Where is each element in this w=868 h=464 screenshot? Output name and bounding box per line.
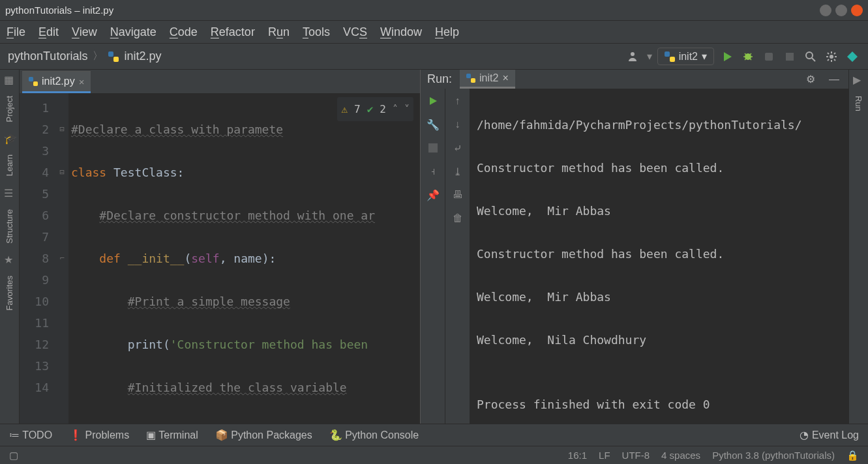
print-icon[interactable]: 🖶: [451, 188, 465, 202]
tool-python-packages[interactable]: 📦 Python Packages: [215, 429, 312, 441]
menu-navigate[interactable]: Navigate: [110, 25, 157, 39]
up-icon[interactable]: ↑: [451, 94, 465, 108]
svg-point-9: [830, 55, 833, 59]
encoding[interactable]: UTF-8: [622, 450, 650, 461]
maximize-icon[interactable]: [835, 5, 847, 16]
breadcrumb-root[interactable]: pythonTutorials: [8, 50, 87, 63]
code-editor[interactable]: 12 34 56 78 910 1112 1314 ⊟ ⊟ ⌐ #Declare…: [20, 93, 420, 424]
side-tab-structure[interactable]: Structure: [5, 203, 14, 250]
svg-rect-7: [786, 53, 794, 61]
cursor-position[interactable]: 16:1: [568, 450, 587, 461]
python-file-icon: [108, 51, 119, 62]
tool-terminal[interactable]: ▣ Terminal: [146, 429, 198, 441]
coverage-icon[interactable]: [761, 49, 777, 65]
user-icon[interactable]: [626, 49, 642, 65]
tool-event-log[interactable]: ◔ Event Log: [800, 429, 859, 441]
gear-icon[interactable]: ⚙: [803, 72, 818, 87]
fold-end-icon[interactable]: ⌐: [55, 248, 68, 269]
editor-tab-bar: init2.py ×: [20, 70, 420, 93]
svg-rect-4: [670, 57, 675, 62]
close-icon[interactable]: [851, 5, 863, 16]
warning-count: 7: [354, 98, 361, 120]
down-icon[interactable]: ↓: [451, 117, 465, 132]
bottom-toolbar: ≔ TODO ❗ Problems ▣ Terminal 📦 Python Pa…: [0, 424, 868, 446]
svg-rect-13: [471, 78, 475, 83]
lock-icon[interactable]: 🔒: [846, 450, 859, 461]
softwrap-icon[interactable]: ⤶: [451, 141, 465, 155]
menu-run[interactable]: Run: [268, 25, 290, 39]
interpreter[interactable]: Python 3.8 (pythonTutorials): [712, 450, 835, 461]
wrench-icon[interactable]: 🔧: [426, 117, 440, 132]
rerun-icon[interactable]: [426, 94, 440, 108]
scroll-icon[interactable]: ⤓: [451, 164, 465, 179]
stop-icon[interactable]: [426, 141, 440, 155]
menu-code[interactable]: Code: [170, 25, 198, 39]
minimize-icon[interactable]: —: [826, 72, 842, 87]
line-number-gutter: 12 34 56 78 910 1112 1314: [20, 93, 55, 424]
fold-icon[interactable]: ⊟: [55, 162, 68, 183]
menu-help[interactable]: Help: [435, 25, 459, 39]
caret-up-icon[interactable]: ˄: [393, 98, 398, 120]
breadcrumb-file[interactable]: init2.py: [124, 50, 161, 63]
run-config-selector[interactable]: init2 ▾: [657, 48, 714, 65]
check-count: 2: [380, 98, 386, 120]
svg-point-8: [806, 52, 813, 59]
side-tab-run[interactable]: Run: [854, 89, 863, 118]
run-side-icon[interactable]: ▶: [853, 74, 865, 85]
side-tab-favorites[interactable]: Favorites: [5, 269, 14, 317]
ide-bottom-icon[interactable]: ▢: [9, 450, 18, 461]
run-actions-col: 🔧 ⫞ 📌: [421, 89, 445, 462]
warning-icon: ⚠: [341, 98, 348, 120]
menu-edit[interactable]: Edit: [38, 25, 59, 39]
window-controls: [820, 5, 863, 16]
tool-problems[interactable]: ❗ Problems: [69, 429, 129, 441]
pin-icon[interactable]: 📌: [426, 188, 440, 202]
nav-toolbar: pythonTutorials 〉 init2.py ▾ init2 ▾: [0, 44, 868, 70]
learn-icon[interactable]: 🎓: [4, 132, 16, 144]
menu-tools[interactable]: Tools: [303, 25, 330, 39]
svg-rect-3: [665, 51, 670, 57]
close-icon[interactable]: ×: [502, 72, 508, 84]
menu-vcs[interactable]: VCS: [343, 25, 367, 39]
menu-file[interactable]: File: [7, 25, 25, 39]
fold-icon[interactable]: ⊟: [55, 119, 68, 140]
menu-window[interactable]: Window: [380, 25, 422, 39]
project-icon[interactable]: ▦: [4, 74, 16, 85]
run-icon[interactable]: [719, 49, 735, 65]
side-tab-project[interactable]: Project: [5, 89, 14, 128]
tool-python-console[interactable]: 🐍 Python Console: [329, 429, 419, 441]
search-icon[interactable]: [803, 49, 818, 65]
run-output-toolbar: ↑ ↓ ⤶ ⤓ 🖶 🗑: [445, 89, 470, 462]
editor-tab[interactable]: init2.py ×: [22, 71, 91, 93]
debug-icon[interactable]: [740, 49, 756, 65]
layout-icon[interactable]: ⫞: [426, 164, 440, 179]
close-tab-icon[interactable]: ×: [79, 76, 85, 87]
run-console[interactable]: /home/fahmida/PycharmProjects/pythonTuto…: [470, 89, 848, 462]
run-tab-bar: Run: init2 × ⚙ —: [421, 70, 848, 89]
code-content[interactable]: #Declare a class with paramete class Tes…: [68, 93, 420, 424]
check-icon: ✔: [367, 98, 374, 120]
favorites-icon[interactable]: ★: [4, 254, 16, 265]
title-bar: pythonTutorials – init2.py: [0, 0, 868, 21]
tool-todo[interactable]: ≔ TODO: [9, 429, 52, 441]
line-separator[interactable]: LF: [599, 450, 610, 461]
menu-view[interactable]: View: [72, 25, 97, 39]
stop-icon[interactable]: [782, 49, 798, 65]
chevron-right-icon: 〉: [93, 50, 103, 63]
left-tool-gutter: ▦ Project 🎓 Learn ☰ Structure ★ Favorite…: [0, 70, 20, 424]
caret-down-icon[interactable]: ˅: [404, 98, 410, 120]
dropdown-icon[interactable]: ▾: [647, 50, 652, 63]
structure-icon[interactable]: ☰: [4, 187, 16, 199]
indent[interactable]: 4 spaces: [661, 450, 700, 461]
svg-rect-6: [765, 53, 773, 61]
trash-icon[interactable]: 🗑: [451, 211, 465, 225]
side-tab-learn[interactable]: Learn: [5, 148, 14, 182]
menu-refactor[interactable]: Refactor: [211, 25, 255, 39]
plugin-icon[interactable]: [845, 49, 860, 65]
inspection-widget[interactable]: ⚠ 7 ✔ 2 ˄ ˅: [337, 97, 413, 121]
svg-rect-12: [466, 74, 471, 78]
gear-icon[interactable]: [824, 49, 839, 65]
minimize-icon[interactable]: [820, 5, 831, 16]
run-tab[interactable]: init2 ×: [460, 70, 515, 89]
editor-tab-label: init2.py: [42, 76, 75, 87]
